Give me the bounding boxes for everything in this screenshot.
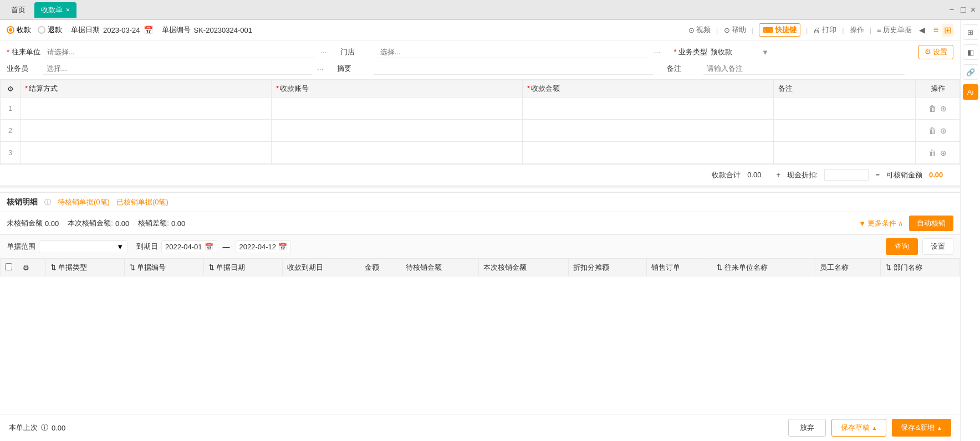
range-label: 单据范围: [7, 242, 35, 252]
video-btn[interactable]: ⊙ 视频: [688, 25, 711, 35]
unchecked-value: 0.00: [45, 219, 59, 228]
draft-dropdown-icon: ▲: [872, 425, 877, 431]
th-actions: 操作: [916, 80, 960, 98]
main-table-section: ⚙ *结算方式 *收款账号 *收款金额 备注 操作 1: [0, 80, 960, 164]
row-settle-1[interactable]: [21, 98, 272, 120]
window-close[interactable]: ×: [971, 5, 976, 15]
abandon-button[interactable]: 放弃: [788, 419, 826, 437]
video-label: 视频: [696, 25, 711, 35]
prev-arrow[interactable]: ◀: [917, 25, 927, 34]
th-gear[interactable]: ⚙: [1, 80, 21, 98]
th-settle: *结算方式: [21, 80, 272, 98]
settings-button[interactable]: 设置: [922, 238, 953, 255]
video-icon: ⊙: [688, 26, 695, 34]
th-doc-num: ⇅ 单据编号: [125, 259, 203, 276]
row-remark-1[interactable]: [773, 98, 915, 120]
delete-icon-3[interactable]: 🗑: [928, 148, 936, 157]
row-account-1[interactable]: [271, 98, 522, 120]
row-remark-3[interactable]: [773, 142, 915, 164]
query-button[interactable]: 查询: [886, 238, 918, 255]
history-label: 历史单据: [883, 25, 912, 35]
help-btn[interactable]: ⊙ 帮助: [724, 25, 746, 35]
right-panel-icon-2[interactable]: ◧: [963, 44, 978, 60]
row-remark-2[interactable]: [773, 120, 915, 142]
remark-input[interactable]: [703, 63, 905, 75]
tab-active[interactable]: 收款单 ×: [34, 2, 76, 18]
date-from-display[interactable]: 2022-04-01 📅: [161, 240, 217, 253]
row-account-3[interactable]: [271, 142, 522, 164]
store-input[interactable]: [377, 46, 649, 58]
diff-label: 核销差额:: [138, 218, 169, 228]
bottom-table-header: ⚙ ⇅ 单据类型 ⇅ 单据编号 ⇅ 单据日期 收款到期日 金额 待核销金额 本次…: [1, 259, 960, 276]
right-panel-icon-3[interactable]: 🔗: [963, 64, 978, 80]
sort-icon4: ⇅: [717, 263, 723, 271]
discount-label: 现金折扣:: [787, 170, 818, 180]
main-table: ⚙ *结算方式 *收款账号 *收款金额 备注 操作 1: [0, 80, 960, 164]
list-view-icon[interactable]: ≡: [932, 25, 940, 35]
shortcut-btn[interactable]: ⌨ 快捷键: [759, 23, 800, 37]
tab-close-icon[interactable]: ×: [66, 6, 70, 14]
range-select[interactable]: ▼: [39, 240, 127, 253]
radio-shoukuan[interactable]: 收款: [7, 25, 31, 35]
date-calendar-icon[interactable]: 📅: [144, 25, 153, 34]
th-staff-name: 员工名称: [815, 259, 881, 276]
th-account: *收款账号: [271, 80, 522, 98]
setting-btn[interactable]: ⚙ 设置: [918, 45, 953, 59]
draft-button[interactable]: 保存草稿 ▲: [831, 419, 887, 437]
row-settle-3[interactable]: [21, 142, 272, 164]
remark-label: 备注: [667, 64, 700, 74]
done-tab[interactable]: 已核销单据(0笔): [116, 197, 169, 207]
row-settle-2[interactable]: [21, 120, 272, 142]
footer: 本单上次 ⓘ 0.00 放弃 保存草稿 ▲ 保存&新增 ▲: [0, 414, 960, 441]
row-account-2[interactable]: [271, 120, 522, 142]
verify-info-icon[interactable]: ⓘ: [44, 198, 51, 207]
company-field: 往来单位 ···: [7, 46, 327, 58]
info-icon[interactable]: ⓘ: [41, 423, 48, 433]
summary-row: 收款合计 0.00 + 现金折扣: = 可核销金额 0.00: [0, 164, 960, 185]
delete-icon-2[interactable]: 🗑: [928, 126, 936, 135]
number-value: SK-20230324-001: [194, 26, 253, 34]
select-all-checkbox[interactable]: [5, 263, 12, 270]
shortcut-label: 快捷键: [775, 25, 797, 35]
window-restore[interactable]: □: [961, 5, 966, 15]
staff-more-icon[interactable]: ···: [317, 64, 324, 73]
discount-input[interactable]: [824, 169, 869, 181]
save-button[interactable]: 保存&新增 ▲: [892, 419, 951, 437]
history-btn[interactable]: ≡ 历史单据: [877, 25, 912, 35]
copy-icon-3[interactable]: ⊕: [940, 148, 947, 157]
form-row-2: 业务员 ··· 摘要 备注: [7, 63, 953, 75]
more-conditions-btn[interactable]: ▼ 更多条件 ∧: [859, 218, 904, 228]
sep5: |: [870, 26, 871, 34]
th-gear-bottom[interactable]: ⚙: [18, 259, 46, 276]
table-header-row: ⚙ *结算方式 *收款账号 *收款金额 备注 操作: [1, 80, 960, 98]
right-panel-ai-icon[interactable]: Ai: [963, 84, 978, 100]
filter-icon: ▼: [859, 219, 866, 228]
row-amount-1[interactable]: [522, 98, 773, 120]
row-amount-3[interactable]: [522, 142, 773, 164]
business-type-dropdown[interactable]: ▼: [758, 47, 772, 58]
operation-btn[interactable]: 操作: [850, 25, 864, 35]
row-amount-2[interactable]: [522, 120, 773, 142]
copy-icon-2[interactable]: ⊕: [940, 126, 947, 135]
footer-left: 本单上次 ⓘ 0.00: [9, 423, 65, 433]
auto-verify-button[interactable]: 自动核销: [909, 216, 953, 231]
date-to-display[interactable]: 2022-04-12 📅: [236, 240, 292, 253]
company-more-icon[interactable]: ···: [320, 48, 327, 57]
pending-tab[interactable]: 待核销单据(0笔): [58, 197, 110, 207]
right-panel-icon-1[interactable]: ⊞: [963, 24, 978, 40]
tab-home[interactable]: 首页: [4, 2, 32, 18]
grid-view-icon[interactable]: ⊞: [942, 24, 953, 37]
number-field: 单据编号 SK-20230324-001: [162, 25, 253, 35]
staff-input[interactable]: [43, 63, 312, 75]
company-input[interactable]: [44, 46, 315, 58]
window-minimize[interactable]: －: [947, 4, 956, 16]
print-btn[interactable]: 🖨 打印: [813, 25, 836, 35]
store-more-icon[interactable]: ···: [654, 48, 661, 57]
bottom-table: ⚙ ⇅ 单据类型 ⇅ 单据编号 ⇅ 单据日期 收款到期日 金额 待核销金额 本次…: [0, 259, 960, 276]
copy-icon-1[interactable]: ⊕: [940, 104, 947, 113]
radio-tuikuan[interactable]: 退款: [38, 25, 62, 35]
window-controls: － □ ×: [947, 4, 976, 16]
delete-icon-1[interactable]: 🗑: [928, 104, 936, 113]
summary-input[interactable]: [374, 63, 654, 75]
date-label: 单据日期: [71, 25, 100, 35]
